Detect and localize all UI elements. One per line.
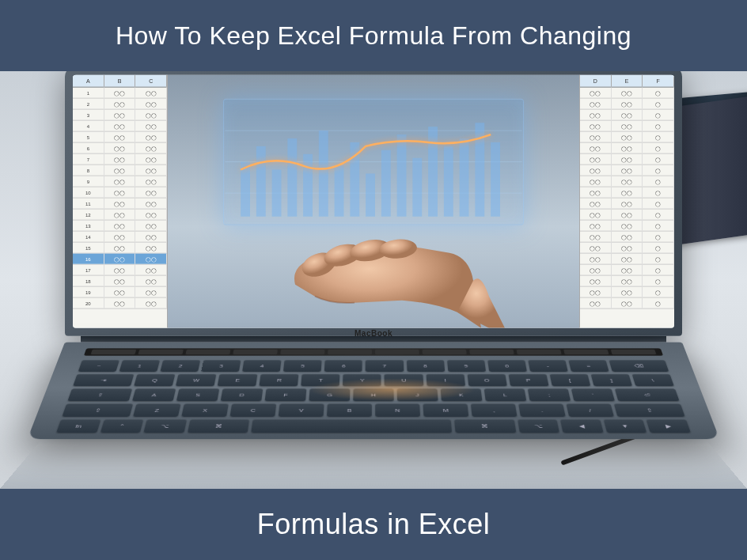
sheet-header: DEF <box>580 75 674 88</box>
touchbar <box>84 348 663 355</box>
bottom-banner: Formulas in Excel <box>0 489 747 560</box>
laptop-keyboard: ~1234567890-=⌫ ⇥QWERTYUIOP[]\ ⇪ASDFGHJKL… <box>28 342 720 440</box>
laptop-brand: MacBook <box>355 329 392 338</box>
hand-illustration <box>260 186 513 328</box>
bottom-title: Formulas in Excel <box>257 508 491 541</box>
spreadsheet-left: ABC 1◯◯◯◯ 2◯◯◯◯ 3◯◯◯◯ 4◯◯◯◯ 5◯◯◯◯ 6◯◯◯◯ … <box>73 75 168 328</box>
sheet-header: ABC <box>73 75 167 88</box>
spreadsheet-right: DEF ◯◯◯◯◯ ◯◯◯◯◯ ◯◯◯◯◯ ◯◯◯◯◯ ◯◯◯◯◯ ◯◯◯◯◯ … <box>579 75 674 328</box>
illustration-scene: ABC 1◯◯◯◯ 2◯◯◯◯ 3◯◯◯◯ 4◯◯◯◯ 5◯◯◯◯ 6◯◯◯◯ … <box>0 71 747 489</box>
top-banner: How To Keep Excel Formula From Changing <box>0 0 747 71</box>
laptop-screen-frame: ABC 1◯◯◯◯ 2◯◯◯◯ 3◯◯◯◯ 4◯◯◯◯ 5◯◯◯◯ 6◯◯◯◯ … <box>65 71 682 336</box>
laptop: ABC 1◯◯◯◯ 2◯◯◯◯ 3◯◯◯◯ 4◯◯◯◯ 5◯◯◯◯ 6◯◯◯◯ … <box>65 71 682 477</box>
screen-center-art <box>168 75 579 328</box>
top-title: How To Keep Excel Formula From Changing <box>116 21 631 51</box>
laptop-screen: ABC 1◯◯◯◯ 2◯◯◯◯ 3◯◯◯◯ 4◯◯◯◯ 5◯◯◯◯ 6◯◯◯◯ … <box>73 75 674 328</box>
